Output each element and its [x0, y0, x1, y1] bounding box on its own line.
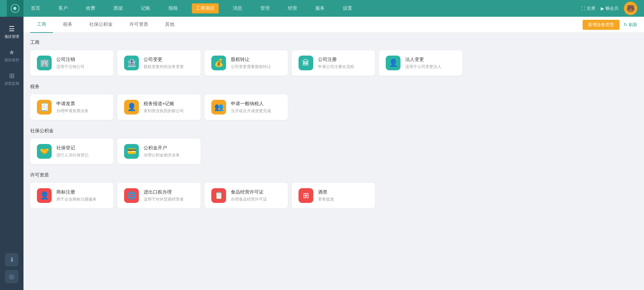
card-title: 进出口权办理	[144, 189, 184, 195]
card-apply-invoice[interactable]: 🧾 申请发票 办理申请发票业务	[30, 94, 113, 120]
card-social-insurance[interactable]: 🤝 社保登记 进行人员社保登记	[30, 139, 113, 164]
nav-customer[interactable]: 客户	[54, 3, 72, 13]
section-xuke: 许可资质 👤 商标注册 用于企业商标注册服务 🌐 进出口权办理 适用于对外	[30, 172, 637, 208]
card-info: 进出口权办理 适用于对外贸易经营者	[144, 189, 184, 202]
vip-button[interactable]: ▶ 畅会员	[601, 5, 619, 11]
card-desc: 办理申请发票业务	[56, 108, 89, 114]
card-equity-transfer[interactable]: 💰 股权转让 公司变更需要股权转让	[205, 50, 288, 76]
card-desc: 申请公司注册全流程	[318, 64, 354, 70]
location-icon: ◎	[9, 273, 14, 280]
nav-tax[interactable]: 报税	[164, 3, 182, 13]
card-desc: 股权变更外的业务变更	[144, 64, 184, 70]
equity-transfer-icon: 💰	[211, 56, 226, 70]
sidebar-item-progress[interactable]: ⊞ 进度监测	[0, 67, 23, 90]
import-export-icon: 🌐	[124, 188, 139, 203]
user-avatar[interactable]: 🐻	[624, 2, 637, 15]
card-info: 社保登记 进行人员社保登记	[56, 145, 89, 158]
card-info: 股权转让 公司变更需要股权转让	[231, 57, 271, 70]
gongshang-card-grid: 🏢 公司注销 适用于注销公司 🏦 公司变更 股权变更外的业务变更	[30, 50, 637, 76]
app-logo	[7, 0, 23, 17]
card-provident-fund[interactable]: 💳 公积金开户 办理公积金相关业务	[117, 139, 201, 164]
card-desc: 零售批发	[318, 197, 334, 202]
shuiwu-card-grid: 🧾 申请发票 办理申请发票业务 👤 税务报道+记账 拿到营业执照的新公司	[30, 94, 637, 120]
card-title: 申请一般纳税人	[231, 101, 271, 107]
card-general-taxpayer[interactable]: 👥 申请一般纳税人 当月或次月成变更完成	[205, 94, 288, 120]
card-company-cancel[interactable]: 🏢 公司注销 适用于注销公司	[30, 50, 113, 76]
card-title: 税务报道+记账	[144, 101, 184, 107]
section-shuiwu-title: 税务	[30, 84, 637, 90]
tab-xuke[interactable]: 许可资质	[123, 17, 155, 33]
section-shebao: 社保公积金 🤝 社保登记 进行人员社保登记 💳 公积金开户 办理公积金相关	[30, 128, 637, 164]
card-title: 公司注销	[56, 57, 85, 63]
nav-home[interactable]: 首页	[27, 3, 44, 13]
fullscreen-button[interactable]: ⛶ 全屏	[581, 5, 595, 11]
refresh-button[interactable]: ↻ 刷新	[624, 22, 637, 28]
nav-fee[interactable]: 收费	[82, 3, 99, 13]
tab-other[interactable]: 其他	[158, 17, 181, 33]
fullscreen-icon: ⛶	[581, 6, 585, 11]
card-info: 公积金开户 办理公积金相关业务	[144, 145, 180, 158]
company-cancel-icon: 🏢	[37, 56, 52, 70]
tab-shuiwu[interactable]: 税务	[56, 17, 79, 33]
nav-message[interactable]: 消息	[229, 3, 246, 13]
tax-report-icon: 👤	[124, 100, 139, 115]
card-alcohol[interactable]: ⊞ 酒类 零售批发	[292, 183, 375, 208]
card-desc: 进行人员社保登记	[56, 152, 89, 158]
card-company-change[interactable]: 🏦 公司变更 股权变更外的业务变更	[117, 50, 201, 76]
card-trademark[interactable]: 👤 商标注册 用于企业商标注册服务	[30, 183, 113, 208]
card-desc: 用于企业商标注册服务	[56, 197, 97, 202]
legal-change-icon: 👤	[386, 56, 400, 70]
sidebar-item-project-manage[interactable]: ☰ 项目管理	[0, 20, 23, 44]
card-info: 公司变更 股权变更外的业务变更	[144, 57, 184, 70]
food-license-icon: 📋	[211, 188, 226, 203]
card-info: 税务报道+记账 拿到营业执照的新公司	[144, 101, 184, 114]
card-desc: 当月或次月成变更完成	[231, 108, 271, 114]
card-desc: 公司变更需要股权转让	[231, 64, 271, 70]
tab-bar: 工商 税务 社保公积金 许可资质 其他 新增业务类型 ↻ 刷新	[23, 17, 644, 33]
nav-business[interactable]: 工商项目	[192, 3, 219, 13]
new-type-button[interactable]: 新增业务类型	[583, 20, 620, 30]
shebao-card-grid: 🤝 社保登记 进行人员社保登记 💳 公积金开户 办理公积金相关业务	[30, 139, 637, 164]
card-info: 公司注销 适用于注销公司	[56, 57, 85, 70]
card-legal-change[interactable]: 👤 法人变更 适用于公司变更法人	[379, 50, 462, 76]
sidebar-location-button[interactable]: ◎	[5, 270, 18, 283]
card-desc: 适用于对外贸易经营者	[144, 197, 184, 202]
card-info: 酒类 零售批发	[318, 189, 334, 202]
trademark-icon: 👤	[37, 188, 52, 203]
nav-settings[interactable]: 设置	[339, 3, 356, 13]
card-import-export[interactable]: 🌐 进出口权办理 适用于对外贸易经营者	[117, 183, 201, 208]
card-food-license[interactable]: 📋 食品经营许可证 办理食品经营许可证	[205, 183, 288, 208]
nav-accounting[interactable]: 记账	[137, 3, 154, 13]
nav-invoice[interactable]: 票据	[109, 3, 127, 13]
refresh-icon: ↻	[624, 22, 627, 27]
project-type-icon: ★	[9, 48, 15, 56]
card-desc: 适用于公司变更法人	[405, 64, 441, 70]
content-area: 工商 税务 社保公积金 许可资质 其他 新增业务类型 ↻ 刷新 工商 🏢	[23, 17, 644, 290]
xuke-card-grid: 👤 商标注册 用于企业商标注册服务 🌐 进出口权办理 适用于对外贸易经营者	[30, 183, 637, 208]
tab-gongshang[interactable]: 工商	[30, 17, 53, 33]
nav-manage[interactable]: 管理	[256, 3, 274, 13]
card-tax-report[interactable]: 👤 税务报道+记账 拿到营业执照的新公司	[117, 94, 201, 120]
card-title: 社保登记	[56, 145, 89, 151]
card-title: 公司变更	[144, 57, 184, 63]
section-xuke-title: 许可资质	[30, 172, 637, 178]
sidebar: ☰ 项目管理 ★ 项目类型 ⊞ 进度监测 ⬇ ◎	[0, 17, 23, 290]
card-info: 食品经营许可证 办理食品经营许可证	[231, 189, 267, 202]
sidebar-download-button[interactable]: ⬇	[5, 253, 18, 267]
section-shebao-title: 社保公积金	[30, 128, 637, 134]
tab-shebao[interactable]: 社保公积金	[83, 17, 119, 33]
nav-service[interactable]: 服务	[311, 3, 329, 13]
card-info: 申请一般纳税人 当月或次月成变更完成	[231, 101, 271, 114]
social-insurance-icon: 🤝	[37, 144, 52, 159]
card-company-register[interactable]: 🏛 公司注册 申请公司注册全流程	[292, 50, 375, 76]
download-icon: ⬇	[9, 256, 14, 264]
nav-operation[interactable]: 经营	[284, 3, 301, 13]
section-shuiwu: 税务 🧾 申请发票 办理申请发票业务 👤 税务报道+记账 拿到营业执照的新	[30, 84, 637, 120]
vip-icon: ▶	[601, 6, 604, 11]
sidebar-item-project-type[interactable]: ★ 项目类型	[0, 44, 23, 67]
card-title: 公司注册	[318, 57, 354, 63]
card-info: 法人变更 适用于公司变更法人	[405, 57, 441, 70]
scroll-content[interactable]: 工商 🏢 公司注销 适用于注销公司 🏦 公司变更 股权变更外的业务变更	[23, 33, 644, 290]
card-desc: 拿到营业执照的新公司	[144, 108, 184, 114]
card-title: 法人变更	[405, 57, 441, 63]
